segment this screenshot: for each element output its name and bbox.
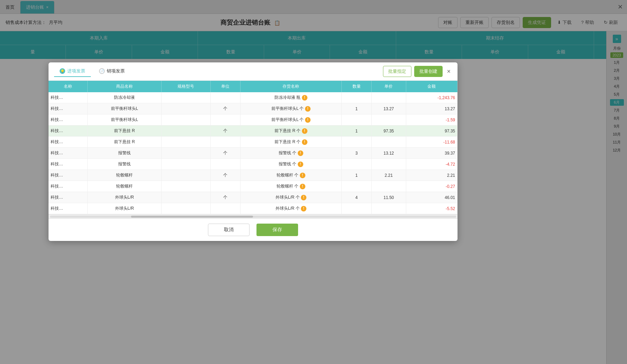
- table-row[interactable]: 科技… 轮毂螺杆 轮毂螺杆 个 ! -0.27: [49, 181, 458, 192]
- cell-price: [372, 92, 406, 103]
- cell-product-name: 报警线: [88, 159, 162, 170]
- cell-inventory: 前下悬挂 R 个 !: [240, 137, 341, 148]
- cell-company: 科技…: [49, 103, 88, 114]
- cell-company: 科技…: [49, 203, 88, 214]
- batch-create-button[interactable]: 批量创建: [414, 66, 443, 77]
- table-row[interactable]: 科技… 前下悬挂 R 个 前下悬挂 R 个 ! 1 97.35 97.35: [49, 125, 458, 137]
- cell-product-name: 轮毂螺杆: [88, 170, 162, 181]
- cell-qty: 1: [342, 125, 372, 137]
- cell-spec: [162, 137, 211, 148]
- table-row[interactable]: 科技… 外球头L/R 个 外球头L/R 个 ! 4 11.50 46.01: [49, 192, 458, 203]
- table-row[interactable]: 科技… 防冻冷却液 防冻冷却液 瓶 ! -1,243.76: [49, 92, 458, 103]
- cell-inventory: 防冻冷却液 瓶 !: [240, 92, 341, 103]
- cell-product-name: 前下悬挂 R: [88, 125, 162, 137]
- cell-company: 科技…: [49, 92, 88, 103]
- warning-icon[interactable]: !: [301, 195, 306, 200]
- cell-price: [372, 159, 406, 170]
- cell-inventory: 外球头L/R 个 !: [240, 192, 341, 203]
- th-qty: 数量: [342, 81, 372, 92]
- cell-unit: 个: [210, 125, 240, 137]
- table-row[interactable]: 科技… 前平衡杆球头L 个 前平衡杆球头L 个 ! 1 13.27 13.27: [49, 103, 458, 114]
- cell-qty: 1: [342, 170, 372, 181]
- cell-amount: 13.27: [406, 103, 457, 114]
- th-unit: 单位: [210, 81, 240, 92]
- cell-inventory: 前平衡杆球头L 个 !: [240, 114, 341, 125]
- cell-amount: -1.59: [406, 114, 457, 125]
- cell-price: [372, 203, 406, 214]
- dialog-close-button[interactable]: ×: [445, 68, 452, 75]
- horizontal-scrollbar[interactable]: [49, 214, 458, 218]
- cell-unit: [210, 137, 240, 148]
- cell-product-name: 防冻冷却液: [88, 92, 162, 103]
- cell-unit: [210, 159, 240, 170]
- cancel-button[interactable]: 取消: [208, 224, 250, 236]
- cell-unit: 个: [210, 103, 240, 114]
- table-row[interactable]: 科技… 报警线 报警线 个 ! -4.72: [49, 159, 458, 170]
- cell-product-name: 外球头L/R: [88, 192, 162, 203]
- cell-qty: 1: [342, 103, 372, 114]
- table-header-row: 名称 商品名称 规格型号 单位 存货名称 数量 单价 金额: [49, 81, 458, 92]
- cell-product-name: 前平衡杆球头L: [88, 114, 162, 125]
- th-spec: 规格型号: [162, 81, 211, 92]
- warning-icon[interactable]: !: [298, 150, 303, 156]
- cell-spec: [162, 159, 211, 170]
- cell-price: [372, 114, 406, 125]
- warning-icon[interactable]: !: [301, 206, 306, 211]
- dialog-footer: 取消 保存: [49, 218, 458, 241]
- table-row[interactable]: 科技… 前下悬挂 R 前下悬挂 R 个 ! -11.68: [49, 137, 458, 148]
- cell-company: 科技…: [49, 192, 88, 203]
- cell-unit: [210, 181, 240, 192]
- cell-inventory: 前平衡杆球头L 个 !: [240, 103, 341, 114]
- cell-company: 科技…: [49, 181, 88, 192]
- cell-amount: -0.27: [406, 181, 457, 192]
- cell-amount: 2.21: [406, 170, 457, 181]
- cell-qty: 3: [342, 148, 372, 159]
- th-company: 名称: [49, 81, 88, 92]
- warning-icon[interactable]: !: [305, 117, 311, 123]
- batch-assign-button[interactable]: 批量指定: [383, 66, 411, 77]
- cell-product-name: 前下悬挂 R: [88, 137, 162, 148]
- th-inventory: 存货名称: [240, 81, 341, 92]
- table-row[interactable]: 科技… 外球头L/R 外球头L/R 个 ! -5.52: [49, 203, 458, 214]
- cell-unit: [210, 92, 240, 103]
- cell-product-name: 轮毂螺杆: [88, 181, 162, 192]
- cell-company: 科技…: [49, 125, 88, 137]
- tab-sales-invoice[interactable]: 📄 销项发票: [94, 66, 130, 77]
- warning-icon[interactable]: !: [302, 139, 307, 145]
- invoice-table-wrap[interactable]: 名称 商品名称 规格型号 单位 存货名称 数量 单价 金额 科技… 防冻冷却液 …: [49, 81, 458, 214]
- warning-icon[interactable]: !: [300, 184, 305, 189]
- cell-qty: [342, 137, 372, 148]
- cell-price: 11.50: [372, 192, 406, 203]
- table-row[interactable]: 科技… 前平衡杆球头L 前平衡杆球头L 个 ! -1.59: [49, 114, 458, 125]
- cell-price: [372, 137, 406, 148]
- warning-icon[interactable]: !: [300, 173, 305, 178]
- save-button[interactable]: 保存: [256, 224, 298, 236]
- cell-unit: 个: [210, 170, 240, 181]
- cell-amount: 39.37: [406, 148, 457, 159]
- invoice-dialog: 💡 进项发票 📄 销项发票 批量指定 批量创建 × 名称 商品名称 规格型号 单…: [49, 62, 458, 241]
- invoice-table: 名称 商品名称 规格型号 单位 存货名称 数量 单价 金额 科技… 防冻冷却液 …: [49, 81, 458, 214]
- cell-spec: [162, 148, 211, 159]
- table-row[interactable]: 科技… 报警线 个 报警线 个 ! 3 13.12 39.37: [49, 148, 458, 159]
- warning-icon[interactable]: !: [302, 128, 307, 134]
- cell-company: 科技…: [49, 170, 88, 181]
- cell-inventory: 报警线 个 !: [240, 159, 341, 170]
- cell-spec: [162, 181, 211, 192]
- cell-qty: [342, 203, 372, 214]
- scrollbar-thumb[interactable]: [131, 216, 253, 218]
- dialog-header: 💡 进项发票 📄 销项发票 批量指定 批量创建 ×: [49, 62, 458, 81]
- cell-product-name: 外球头L/R: [88, 203, 162, 214]
- warning-icon[interactable]: !: [302, 95, 307, 101]
- cell-price: 13.27: [372, 103, 406, 114]
- cell-spec: [162, 170, 211, 181]
- cell-qty: 4: [342, 192, 372, 203]
- table-row[interactable]: 科技… 轮毂螺杆 个 轮毂螺杆 个 ! 1 2.21 2.21: [49, 170, 458, 181]
- tab-purchase-invoice[interactable]: 💡 进项发票: [54, 66, 91, 77]
- cell-product-name: 前平衡杆球头L: [88, 103, 162, 114]
- cell-price: 2.21: [372, 170, 406, 181]
- purchase-invoice-icon: 💡: [60, 68, 65, 74]
- cell-qty: [342, 92, 372, 103]
- warning-icon[interactable]: !: [305, 106, 311, 112]
- warning-icon[interactable]: !: [298, 162, 303, 167]
- cell-inventory: 前下悬挂 R 个 !: [240, 125, 341, 137]
